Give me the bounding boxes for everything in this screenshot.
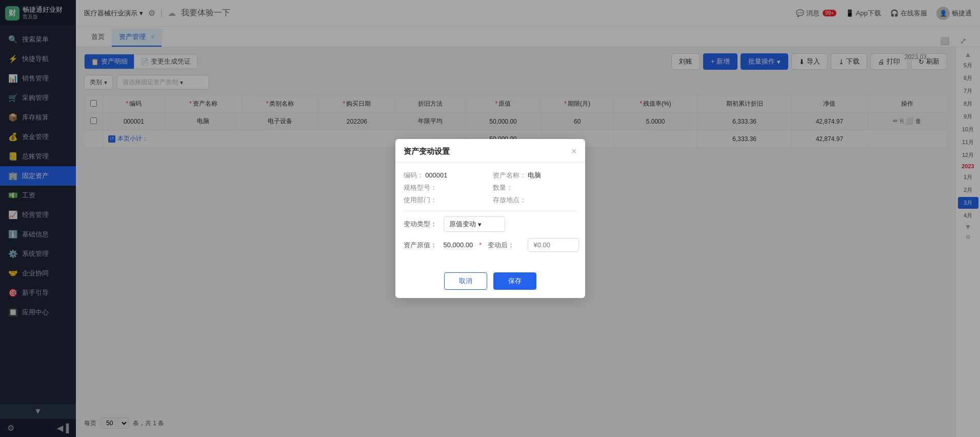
cancel-button[interactable]: 取消 [444,272,487,290]
modal-info-grid: 编码： 000001 资产名称： 电脑 规格型号： 数量： 使用部门： [404,171,577,205]
modal-location-item: 存放地点： [493,195,577,205]
modal-name-value: 电脑 [528,171,541,179]
modal-code-value: 000001 [425,171,447,179]
modal-changetype-row: 变动类型： 原值变动 ▾ [404,216,577,232]
modal-dept-item: 使用部门： [404,195,488,205]
modal-original-row: 资产原值： 50,000.00 * 变动后： [404,238,577,252]
required-star: * [479,241,482,249]
modal-header: 资产变动设置 × [395,139,585,163]
modal-body: 编码： 000001 资产名称： 电脑 规格型号： 数量： 使用部门： [395,163,585,266]
modal-original-value: 50,000.00 [444,241,473,249]
modal-code-item: 编码： 000001 [404,171,488,180]
change-type-select[interactable]: 原值变动 ▾ [444,216,505,232]
modal-close-button[interactable]: × [571,146,577,157]
asset-change-modal: 资产变动设置 × 编码： 000001 资产名称： 电脑 规格型号： 数量： [395,139,585,298]
modal-spec-item: 规格型号： [404,183,488,192]
modal-footer: 取消 保存 [395,266,585,298]
modal-divider [404,211,577,211]
modal-title: 资产变动设置 [404,147,450,156]
save-button[interactable]: 保存 [493,272,536,290]
modal-overlay: 资产变动设置 × 编码： 000001 资产名称： 电脑 规格型号： 数量： [0,0,980,437]
change-type-dropdown-icon: ▾ [478,221,482,228]
modal-quantity-item: 数量： [493,183,577,192]
modal-name-item: 资产名称： 电脑 [493,171,577,180]
after-change-input[interactable] [528,238,579,252]
